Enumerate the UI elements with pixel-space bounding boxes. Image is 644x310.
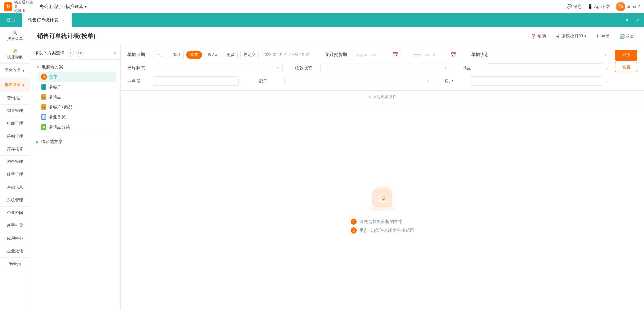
sidebar-item-quick-nav[interactable]: 🧭 快捷导航	[0, 45, 30, 64]
tab-home[interactable]: 首页	[0, 13, 22, 27]
date-btn-this-year[interactable]: 本年	[186, 51, 202, 59]
sidebar-item-sales[interactable]: 销售管理	[0, 105, 30, 117]
sidebar-item-search[interactable]: 🔍 搜索菜单	[0, 27, 30, 45]
payment-chev-icon: ▾	[445, 66, 447, 70]
help-icon: ❓	[531, 34, 536, 39]
calendar-from-icon[interactable]: 📅	[393, 52, 398, 57]
add-scheme-btn[interactable]: +	[67, 49, 74, 57]
top-right-actions: 💬 消息 📱 App下载 Ea demo2	[567, 2, 640, 11]
customer-input[interactable]	[470, 76, 602, 86]
按客户-icon: 👤	[41, 84, 46, 90]
goods-text-input[interactable]	[492, 65, 599, 70]
sidebar-item-marketing[interactable]: 营销推广	[0, 92, 30, 105]
salesperson-text-input[interactable]	[157, 79, 235, 84]
left-panel: 按以下方案查询 + ⚙ « ▼ 电脑端方案	[30, 45, 121, 310]
按业务员-icon: 📊	[41, 114, 46, 120]
empty-tip-1: 1 请先选择要分析的方案	[351, 219, 414, 225]
message-icon: 💬	[567, 4, 572, 9]
sidebar-item-member[interactable]: 畅会员	[0, 258, 30, 270]
main-layout: 🔍 搜索菜单 🧭 快捷导航 零售管理 ▼ 批发管理 ▲ 营销推广 销售管理 电商…	[0, 27, 644, 310]
search-icon: 🔍	[12, 30, 17, 35]
tree-item-按商品[interactable]: 📦 按商品	[38, 92, 116, 102]
retail-arrow-icon: ▼	[22, 69, 25, 72]
collapse-panel-btn[interactable]: «	[114, 50, 116, 56]
compass-icon: 🧭	[12, 49, 17, 53]
top-bar: 好 畅捷通好生意 标准版 办公用品行业模拟账套 ▾ 💬 消息 📱 App下载 E…	[0, 0, 644, 13]
avatar: Ea	[616, 2, 625, 11]
date-btn-7days[interactable]: 近7天	[205, 51, 221, 59]
按客户商品-icon: 📦	[41, 104, 46, 110]
status-chev-icon: ▾	[605, 53, 607, 57]
date-separator: —	[404, 52, 408, 57]
sidebar-item-inventory[interactable]: 库存核算	[0, 143, 30, 156]
tree-parent-pc[interactable]: ▼ 电脑端方案	[34, 62, 116, 72]
status-select[interactable]: ▾	[497, 51, 610, 59]
filter-settings-btn[interactable]: 设置	[615, 62, 637, 72]
sidebar-item-enterprise[interactable]: 企业协同	[0, 207, 30, 219]
customer-text-input[interactable]	[474, 79, 599, 84]
tab-restore-btn[interactable]: ⤢	[633, 16, 641, 24]
user-avatar-area[interactable]: Ea demo2	[616, 2, 640, 11]
refresh-btn[interactable]: 🔄 刷新	[616, 32, 637, 40]
sidebar-item-purchase[interactable]: 采购管理	[0, 130, 30, 143]
tab-sales-order-statistics[interactable]: 销售订单统计表 ×	[22, 13, 72, 27]
query-btn[interactable]: 查询	[615, 50, 637, 61]
tree-item-按商品分类[interactable]: ▦ 按商品分类	[38, 122, 116, 132]
account-dropdown[interactable]: 办公用品行业模拟账套 ▾	[37, 2, 90, 11]
sidebar-item-retail[interactable]: 零售管理 ▼	[0, 64, 30, 78]
date-btn-custom[interactable]: 自定义	[240, 51, 259, 59]
date-btn-more[interactable]: 更多	[224, 51, 238, 59]
tree-item-按客户商品[interactable]: 📦 按客户+商品	[38, 102, 116, 112]
tree-item-按业务员[interactable]: 📊 按业务员	[38, 112, 116, 122]
wholesale-label: 批发管理	[5, 82, 21, 88]
tab-close-btn[interactable]: ×	[61, 17, 66, 23]
tree-item-按客户[interactable]: 👤 按客户	[38, 82, 116, 92]
help-btn[interactable]: ❓ 帮助	[528, 32, 549, 40]
sidebar-item-system[interactable]: 系统管理	[0, 194, 30, 207]
outbound-select[interactable]: ▾	[153, 64, 283, 72]
sidebar-item-basic[interactable]: 基础信息	[0, 181, 30, 194]
date-btn-last-month[interactable]: 上月	[153, 51, 167, 59]
sidebar-item-wholesale[interactable]: 批发管理 ▲	[0, 78, 30, 92]
logo-icon: 好	[4, 2, 12, 11]
message-btn[interactable]: 💬 消息	[567, 4, 582, 10]
dept-select[interactable]: ▾	[284, 77, 432, 85]
app-download-btn[interactable]: 📱 App下载	[587, 4, 610, 10]
customer-input-wrap: ···	[470, 76, 610, 86]
expected-date-from[interactable]: 📅	[353, 50, 401, 59]
tree-item-按单[interactable]: 按 按单	[38, 72, 116, 82]
tree-parent-mobile[interactable]: ▶ 移动端方案	[34, 137, 116, 147]
goods-label: 商品	[463, 65, 483, 71]
empty-tips: 1 请先选择要分析的方案 2 用[过滤]条件来缩小分析范围	[351, 219, 414, 234]
tab-close-window-btn[interactable]: ✕	[623, 16, 631, 24]
calendar-to-icon[interactable]: 📅	[450, 52, 456, 57]
retail-label: 零售管理	[5, 68, 21, 73]
payment-select[interactable]: ▾	[320, 64, 450, 72]
expected-date-from-input[interactable]	[356, 52, 391, 57]
salesperson-input[interactable]	[153, 76, 239, 86]
expected-date-to[interactable]: 📅	[410, 50, 459, 59]
sidebar-item-finance[interactable]: 资金管理	[0, 156, 30, 168]
template-print-btn[interactable]: 🖨 按模板打印 ▾	[553, 32, 589, 40]
sidebar-item-operations[interactable]: 经营管理	[0, 168, 30, 181]
outbound-label: 出库状态	[127, 65, 148, 71]
goods-ellipsis-btn[interactable]: ···	[602, 65, 610, 71]
customer-ellipsis-btn[interactable]: ···	[602, 79, 610, 84]
export-btn[interactable]: ⬇ 导出	[593, 32, 612, 40]
settings-scheme-btn[interactable]: ⚙	[76, 49, 84, 57]
expected-date-to-input[interactable]	[413, 52, 449, 57]
status-label: 单据状态	[471, 52, 491, 58]
salesperson-ellipsis-btn[interactable]: ···	[239, 79, 247, 84]
sidebar-item-wechat[interactable]: 企业微信	[0, 245, 30, 258]
按商品-icon: 📦	[41, 94, 46, 100]
goods-input[interactable]	[488, 63, 603, 72]
date-buttons-group: 上月 本月 本年 近7天 更多 自定义 2023-01-01 至 2023-12…	[153, 51, 310, 59]
sidebar-item-newbie[interactable]: 新手引导	[0, 219, 30, 232]
collapse-more-btn[interactable]: ∧ 收起更多条件	[121, 91, 644, 103]
download-icon: 📱	[587, 4, 593, 9]
date-btn-this-month[interactable]: 本月	[170, 51, 184, 59]
page-header-actions: ❓ 帮助 🖨 按模板打印 ▾ ⬇ 导出 🔄 刷新	[528, 32, 637, 45]
sidebar-item-app-center[interactable]: 应用中心	[0, 232, 30, 245]
sidebar-item-ecommerce[interactable]: 电商管理	[0, 117, 30, 130]
svg-rect-5	[376, 195, 388, 196]
